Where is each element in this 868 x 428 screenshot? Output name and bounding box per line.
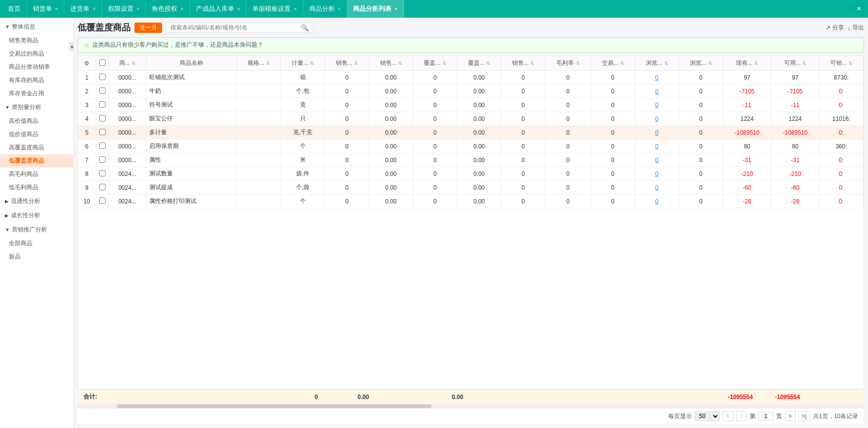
sidebar-item-low-coverage[interactable]: 低覆盖度商品 (0, 154, 73, 168)
row-browse1[interactable]: 0 (635, 195, 679, 208)
row-checkbox[interactable] (99, 156, 106, 163)
nav-tab-product-entry[interactable]: 产成品入库单 × (190, 0, 246, 18)
nav-tab-analysis-list[interactable]: 商品分析列表 × (347, 0, 404, 18)
prev-page-button[interactable]: < (736, 411, 747, 421)
export-button[interactable]: ↓ 导出 (848, 24, 865, 32)
sidebar-item-high-coverage[interactable]: 高覆盖度商品 (0, 141, 73, 154)
nav-tab-sales[interactable]: 销货单 × (27, 0, 64, 18)
sidebar-item-with-inventory[interactable]: 有库存的商品 (0, 74, 73, 87)
row-checkbox[interactable] (99, 101, 106, 108)
col-browse1[interactable]: 浏览... ⇅ (635, 56, 679, 71)
time-filter-button[interactable]: 近一月 (135, 23, 162, 33)
first-page-button[interactable]: K (723, 411, 733, 421)
row-browse1[interactable]: 0 (635, 85, 679, 98)
col-available[interactable]: 可用... ⇅ (771, 56, 819, 71)
select-all-checkbox[interactable] (99, 59, 106, 66)
sidebar-group-flow[interactable]: ▶ 流通性分析 (0, 194, 73, 208)
col-sales-amt[interactable]: 销售... ⇅ (369, 56, 413, 71)
row-checkbox[interactable] (99, 170, 106, 176)
close-all-tabs[interactable]: × (852, 4, 866, 13)
col-sales-count[interactable]: 销售... ⇅ (501, 56, 545, 71)
row-transaction: 0 (591, 195, 635, 208)
row-checkbox[interactable] (99, 74, 106, 80)
row-browse1[interactable]: 0 (635, 71, 679, 85)
row-checkbox[interactable] (99, 87, 106, 94)
col-spec[interactable]: 规格... ⇅ (237, 56, 281, 71)
nav-tab-template[interactable]: 单据模板设置 × (246, 0, 303, 18)
row-current-stock: -28 (723, 195, 771, 208)
share-button[interactable]: ↗ 分享 (825, 24, 844, 32)
row-gross-margin: 0 (545, 153, 591, 167)
close-sales-tab[interactable]: × (55, 6, 58, 12)
sidebar-item-low-value[interactable]: 低价值商品 (0, 128, 73, 141)
col-checkbox[interactable] (96, 56, 108, 71)
sidebar-item-all-goods[interactable]: 全部商品 (0, 237, 73, 250)
row-browse1[interactable]: 0 (635, 140, 679, 153)
col-gross-margin[interactable]: 毛利率 ⇅ (545, 56, 591, 71)
close-roles-tab[interactable]: × (180, 6, 183, 12)
close-analysis-list-tab[interactable]: × (394, 6, 397, 12)
close-template-tab[interactable]: × (294, 6, 297, 12)
row-available: -28 (771, 195, 819, 208)
row-checkbox[interactable] (99, 143, 106, 149)
row-coverage2: 0.00 (457, 167, 501, 181)
sidebar-item-new-goods[interactable]: 新品 (0, 250, 73, 263)
nav-tab-roles[interactable]: 角色授权 × (146, 0, 190, 18)
row-checkbox[interactable] (99, 184, 106, 190)
sidebar-group-growth[interactable]: ▶ 成长性分析 (0, 208, 73, 223)
col-current-stock[interactable]: 现有... ⇅ (723, 56, 771, 71)
col-coverage1[interactable]: 覆盖... ⇅ (413, 56, 457, 71)
row-checkbox[interactable] (99, 129, 106, 135)
last-page-button[interactable]: >| (798, 411, 810, 421)
sidebar-group-category[interactable]: ▼ 类别量分析 (0, 100, 73, 114)
nav-tab-purchase[interactable]: 进货单 × (64, 0, 102, 18)
row-available: -7105 (771, 85, 819, 98)
search-input[interactable] (170, 24, 301, 31)
row-sales-count: 0 (501, 181, 545, 195)
sidebar-item-sales-goods[interactable]: 销售类商品 (0, 34, 73, 47)
close-product-entry-tab[interactable]: × (237, 6, 240, 12)
row-gross-margin: 0 (545, 112, 591, 126)
next-page-button[interactable]: > (785, 411, 795, 421)
row-coverage1: 0 (413, 195, 457, 208)
col-code[interactable]: 商... ⇅ (108, 56, 146, 71)
nav-tab-analysis[interactable]: 商品分析 × (303, 0, 347, 18)
page-size-select[interactable]: 50 100 200 (695, 411, 720, 421)
row-browse1[interactable]: 0 (635, 153, 679, 167)
col-sellable[interactable]: 可销... ⇅ (819, 56, 864, 71)
sidebar-item-high-profit[interactable]: 高毛利商品 (0, 168, 73, 181)
nav-tab-home[interactable]: 首页 (2, 0, 27, 18)
data-table-wrapper[interactable]: ⚙ 商... ⇅ 商品名称 规格... ⇅ 计量... ⇅ 销售... ⇅ 销售… (78, 56, 864, 389)
row-available: 97 (771, 71, 819, 85)
close-permissions-tab[interactable]: × (136, 6, 139, 12)
row-browse1[interactable]: 0 (635, 98, 679, 112)
col-transaction[interactable]: 交易... ⇅ (591, 56, 635, 71)
row-browse1[interactable]: 0 (635, 167, 679, 181)
col-sales-qty[interactable]: 销售... ⇅ (325, 56, 369, 71)
sidebar-group-marketing[interactable]: ▼ 营销推广分析 (0, 223, 73, 237)
search-icon[interactable]: 🔍 (301, 24, 309, 31)
close-analysis-tab[interactable]: × (338, 6, 341, 12)
row-browse1[interactable]: 0 (635, 112, 679, 126)
sidebar-group-overall[interactable]: ▼ 整体信息 (0, 20, 73, 34)
page-number-input[interactable] (759, 412, 773, 421)
col-browse2[interactable]: 浏览... ⇅ (679, 56, 723, 71)
col-settings[interactable]: ⚙ (78, 56, 96, 71)
col-name[interactable]: 商品名称 (146, 56, 237, 71)
sidebar-item-category-turnover[interactable]: 商品分类动销率 (0, 60, 73, 74)
col-coverage2[interactable]: 覆盖... ⇅ (457, 56, 501, 71)
horizontal-scrollbar[interactable] (78, 404, 864, 408)
sidebar-item-high-value[interactable]: 高价值商品 (0, 114, 73, 128)
row-browse1[interactable]: 0 (635, 126, 679, 140)
sidebar-item-traded-goods[interactable]: 交易过的商品 (0, 47, 73, 60)
sidebar-item-inventory-capital[interactable]: 库存资金占用 (0, 87, 73, 100)
row-transaction: 0 (591, 153, 635, 167)
nav-tab-permissions[interactable]: 权限设置 × (102, 0, 146, 18)
sidebar-collapse-button[interactable]: « (69, 42, 74, 51)
row-checkbox[interactable] (99, 115, 106, 121)
sidebar-item-low-profit[interactable]: 低毛利商品 (0, 181, 73, 194)
row-checkbox[interactable] (99, 198, 106, 204)
close-purchase-tab[interactable]: × (92, 6, 95, 12)
col-unit[interactable]: 计量... ⇅ (281, 56, 325, 71)
row-browse1[interactable]: 0 (635, 181, 679, 195)
